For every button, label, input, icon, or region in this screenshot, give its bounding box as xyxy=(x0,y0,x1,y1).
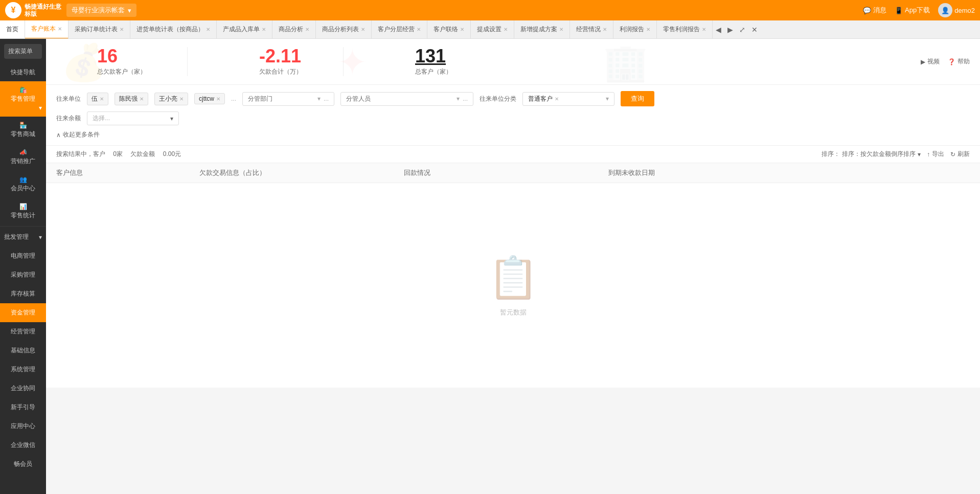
member-icon: 👥 xyxy=(19,176,27,183)
sidebar-item-marketing[interactable]: 📣 营销推广 xyxy=(0,144,46,171)
tab-close-icon[interactable]: ✕ xyxy=(305,27,309,32)
sidebar-item-ecommerce-mgmt[interactable]: 电商管理 xyxy=(0,246,46,265)
chevron-down-icon: ▾ xyxy=(317,95,321,102)
tab-operations[interactable]: 经营情况 ✕ xyxy=(570,20,613,39)
mgr-more-btn[interactable]: ... xyxy=(463,95,468,102)
tab-inventory-stats[interactable]: 进货单统计表（按商品） ✕ xyxy=(130,20,217,39)
download-icon: 📱 xyxy=(895,7,903,14)
sidebar-item-retail-mall[interactable]: 🏪 零售商城 xyxy=(0,117,46,144)
dept-more-btn[interactable]: ... xyxy=(324,95,329,102)
chevron-down-icon: ▾ xyxy=(128,7,131,14)
video-btn[interactable]: ▶ 视频 xyxy=(921,57,940,66)
filter-tag-wang[interactable]: 王小亮 ✕ xyxy=(154,93,188,105)
tab-commission-settings[interactable]: 提成设置 ✕ xyxy=(471,20,514,39)
sidebar-item-member-center[interactable]: 👥 会员中心 xyxy=(0,171,46,198)
export-btn[interactable]: ↑ 导出 xyxy=(927,150,944,159)
sidebar-item-system-mgmt[interactable]: 系统管理 xyxy=(0,360,46,379)
results-info: 搜索结果中，客户 0家 欠款金额 0.00元 xyxy=(56,150,187,159)
department-select[interactable]: 分管部门 ▾ ... xyxy=(242,92,334,106)
message-btn[interactable]: 💬 消息 xyxy=(863,6,886,15)
manager-select[interactable]: 分管人员 ▾ ... xyxy=(340,92,473,106)
search-menu-button[interactable]: 搜索菜单 xyxy=(4,44,42,59)
tag-close-cjttcw[interactable]: ✕ xyxy=(216,96,220,102)
tab-customer-tier[interactable]: 客户分层经营 ✕ xyxy=(372,20,427,39)
tab-profit-report[interactable]: 利润报告 ✕ xyxy=(613,20,657,39)
sidebar-item-finance-mgmt[interactable]: 资金管理 xyxy=(0,303,46,322)
sidebar-item-retail-stats[interactable]: 📊 零售统计 xyxy=(0,198,46,225)
app-download-btn[interactable]: 📱 App下载 xyxy=(895,6,930,15)
avatar: 👤 xyxy=(938,3,952,17)
sidebar-item-member-plus[interactable]: 畅会员 xyxy=(0,455,46,474)
store-selector[interactable]: 母婴行业演示帐套 ▾ xyxy=(66,4,136,17)
tab-close-icon[interactable]: ✕ xyxy=(646,27,650,32)
tag-close-normal[interactable]: ✕ xyxy=(555,96,559,102)
tab-close-icon[interactable]: ✕ xyxy=(262,27,266,32)
sidebar-item-retail-mgmt[interactable]: 🛍️ 零售管理 ▾ xyxy=(0,81,46,117)
tab-close-icon[interactable]: ✕ xyxy=(702,27,706,32)
unit-label: 往来单位 xyxy=(56,95,81,103)
tab-close-icon[interactable]: ✕ xyxy=(460,27,464,32)
tag-close-chen[interactable]: ✕ xyxy=(140,96,144,102)
tab-bar: 首页 客户账本 ✕ 采购订单统计表 ✕ 进货单统计表（按商品） ✕ 产成品入库单… xyxy=(0,20,980,39)
filter-tag-normal-customer[interactable]: 普通客户 ✕ xyxy=(528,95,559,103)
query-button[interactable]: 查询 xyxy=(621,91,654,106)
tag-close-wu[interactable]: ✕ xyxy=(100,96,104,102)
sidebar-item-new-guide[interactable]: 新手引导 xyxy=(0,398,46,417)
tab-home[interactable]: 首页 xyxy=(0,20,25,39)
remainder-input[interactable]: 选择... ▾ xyxy=(87,111,179,125)
tab-product-analysis[interactable]: 商品分析 ✕ xyxy=(272,20,316,39)
tab-close-icon[interactable]: ✕ xyxy=(58,26,62,32)
stat-all-customers: 131 总客户（家） xyxy=(344,47,472,76)
unit-category-select[interactable]: 普通客户 ✕ ▾ xyxy=(522,92,614,106)
sort-select[interactable]: 排序： 排序：按欠款金额倒序排序 ▾ xyxy=(822,150,921,159)
tab-close-icon[interactable]: ✕ xyxy=(559,27,563,32)
tab-next-btn[interactable]: ▶ xyxy=(724,20,736,39)
tab-close-icon[interactable]: ✕ xyxy=(504,27,508,32)
sidebar-item-inventory-check[interactable]: 库存核算 xyxy=(0,284,46,303)
tab-product-inbound[interactable]: 产成品入库单 ✕ xyxy=(217,20,272,39)
help-btn[interactable]: ❓ 帮助 xyxy=(948,57,970,66)
tab-purchase-order[interactable]: 采购订单统计表 ✕ xyxy=(69,20,130,39)
tab-close-icon[interactable]: ✕ xyxy=(206,27,210,32)
results-actions: 排序： 排序：按欠款金额倒序排序 ▾ ↑ 导出 ↻ 刷新 xyxy=(822,150,970,159)
sidebar-item-wholesale-mgmt[interactable]: 批发管理 ▾ xyxy=(0,228,46,246)
chevron-down-icon: ▾ xyxy=(170,115,173,122)
mall-icon: 🏪 xyxy=(19,122,27,129)
tab-close-all-btn[interactable]: ✕ xyxy=(748,20,761,39)
tab-close-icon[interactable]: ✕ xyxy=(417,27,421,32)
tab-product-analysis-list[interactable]: 商品分析列表 ✕ xyxy=(316,20,372,39)
filter-tag-wu[interactable]: 伍 ✕ xyxy=(87,93,108,105)
collapse-btn[interactable]: ∧ 收起更多条件 xyxy=(56,130,970,139)
retail-icon: 🛍️ xyxy=(19,86,27,94)
tab-new-commission[interactable]: 新增提成方案 ✕ xyxy=(514,20,570,39)
message-icon: 💬 xyxy=(863,7,871,14)
tab-close-icon[interactable]: ✕ xyxy=(120,27,124,32)
filter-tag-cjttcw[interactable]: cjttcw ✕ xyxy=(194,93,225,104)
sidebar-item-operations-mgmt[interactable]: 经营管理 xyxy=(0,322,46,341)
stat-debt-label: 欠款合计（万） xyxy=(259,68,302,76)
sidebar-item-enterprise-wechat[interactable]: 企业微信 xyxy=(0,436,46,455)
top-actions: 💬 消息 📱 App下载 👤 demo2 xyxy=(863,3,975,17)
tab-close-icon[interactable]: ✕ xyxy=(361,27,365,32)
tab-customer-ledger[interactable]: 客户账本 ✕ xyxy=(25,20,69,39)
stat-all-customers-label: 总客户（家） xyxy=(415,68,452,76)
sidebar-item-enterprise-collab[interactable]: 企业协同 xyxy=(0,379,46,398)
data-table: 客户信息 欠款交易信息（占比） 回款情况 到期未收款日期 📋 暂元数据 xyxy=(46,163,980,388)
sidebar-quick-nav[interactable]: 快捷导航 xyxy=(0,64,46,81)
chevron-down-icon: ▾ xyxy=(606,95,609,102)
sidebar-item-basic-info[interactable]: 基础信息 xyxy=(0,341,46,360)
user-menu[interactable]: 👤 demo2 xyxy=(938,3,975,17)
tab-customer-contact[interactable]: 客户联络 ✕ xyxy=(427,20,471,39)
filter-more-btn[interactable]: ... xyxy=(231,95,236,102)
tab-prev-btn[interactable]: ◀ xyxy=(713,20,724,39)
tab-retail-profit[interactable]: 零售利润报告 ✕ xyxy=(657,20,713,39)
filter-tag-chen[interactable]: 陈民强 ✕ xyxy=(115,93,148,105)
tab-expand-btn[interactable]: ⤢ xyxy=(736,20,748,39)
tab-close-icon[interactable]: ✕ xyxy=(603,27,607,32)
col-repayment: 回款情况 xyxy=(404,168,608,177)
content-area: 💰 ✦ 🏢 16 总欠款客户（家） -2.11 欠款合计（万） 131 总客户（… xyxy=(46,39,980,494)
tag-close-wang[interactable]: ✕ xyxy=(179,96,184,102)
refresh-btn[interactable]: ↻ 刷新 xyxy=(950,150,970,159)
sidebar-item-purchase-mgmt[interactable]: 采购管理 xyxy=(0,265,46,284)
sidebar-item-app-center[interactable]: 应用中心 xyxy=(0,417,46,436)
